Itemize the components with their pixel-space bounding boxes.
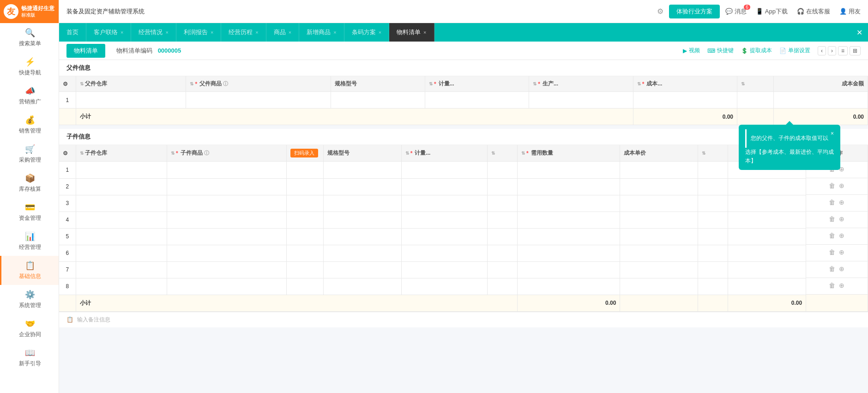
online-service-button[interactable]: 🎧 在线客服 <box>797 7 830 16</box>
delete-icon[interactable]: 🗑 <box>829 232 835 241</box>
copy-icon[interactable]: ⊕ <box>839 215 844 224</box>
copy-icon[interactable]: ⊕ <box>839 282 844 290</box>
sidebar-item-快捷导航[interactable]: ⚡快捷导航 <box>0 52 59 81</box>
child-cell-unitcost[interactable] <box>620 228 698 245</box>
user-avatar[interactable]: 👤 用友 <box>839 7 861 16</box>
nav-tab-close-icon[interactable]: × <box>379 30 381 35</box>
nav-tab-经营情况[interactable]: 经营情况 × <box>131 23 176 42</box>
scan-button[interactable]: 扫码录入 <box>290 149 318 157</box>
sidebar-item-新手引导[interactable]: 📖新手引导 <box>0 343 59 372</box>
parent-col-settings[interactable]: ⚙ <box>59 76 76 92</box>
sidebar-item-基础信息[interactable]: 📋基础信息 <box>0 256 59 285</box>
child-cell-warehouse[interactable] <box>76 162 167 179</box>
sidebar-item-销售管理[interactable]: 💰销售管理 <box>0 110 59 139</box>
copy-icon[interactable]: ⊕ <box>839 248 844 257</box>
child-cell-qty[interactable] <box>517 195 620 212</box>
nav-tab-close-icon[interactable]: × <box>255 30 258 35</box>
child-cell-spec[interactable] <box>323 245 401 261</box>
child-cell-product[interactable] <box>167 212 286 228</box>
parent-cell-produce-1[interactable] <box>529 92 633 109</box>
doc-settings-action[interactable]: 📄 单据设置 <box>779 47 810 54</box>
nav-tab-close-icon[interactable]: × <box>289 30 291 35</box>
child-cell-qty[interactable] <box>517 212 620 228</box>
nav-tab-客户联络[interactable]: 客户联络 × <box>86 23 131 42</box>
child-cell-unitcost[interactable] <box>620 162 698 179</box>
nav-tab-利润报告[interactable]: 利润报告 × <box>176 23 221 42</box>
copy-icon[interactable]: ⊕ <box>839 182 844 191</box>
delete-icon[interactable]: 🗑 <box>829 215 835 224</box>
sidebar-item-资金管理[interactable]: 💳资金管理 <box>0 198 59 227</box>
nav-tabs-close-icon[interactable]: ✕ <box>851 28 868 37</box>
nav-tab-新增商品[interactable]: 新增商品 × <box>299 23 344 42</box>
copy-icon[interactable]: ⊕ <box>839 232 844 241</box>
child-cell-qty[interactable] <box>517 245 620 261</box>
nav-tab-条码方案[interactable]: 条码方案 × <box>344 23 389 42</box>
parent-cell-cost-1[interactable] <box>633 92 737 109</box>
child-cell-unitcost[interactable] <box>620 195 698 212</box>
child-cell-product[interactable] <box>167 228 286 245</box>
settings-icon[interactable]: ⚙ <box>657 7 663 16</box>
note-hint[interactable]: 输入备注信息 <box>77 316 110 324</box>
child-col-settings[interactable]: ⚙ <box>59 145 76 162</box>
child-cell-warehouse[interactable] <box>76 245 167 261</box>
nav-tab-close-icon[interactable]: × <box>423 30 426 35</box>
sidebar-item-营销推广[interactable]: 📣营销推广 <box>0 81 59 110</box>
child-cell-warehouse[interactable] <box>76 212 167 228</box>
child-cell-product[interactable] <box>167 195 286 212</box>
child-cell-qty[interactable] <box>517 178 620 195</box>
child-cell-unitcost[interactable] <box>620 245 698 261</box>
parent-cell-product-1[interactable] <box>186 92 331 109</box>
child-cell-warehouse[interactable] <box>76 228 167 245</box>
tooltip-close-button[interactable]: × <box>831 129 834 138</box>
child-cell-product[interactable] <box>167 162 286 179</box>
sidebar-item-企业协同[interactable]: 🤝企业协同 <box>0 314 59 343</box>
child-cell-product[interactable] <box>167 245 286 261</box>
nav-tab-close-icon[interactable]: × <box>121 30 123 35</box>
nav-next-button[interactable]: › <box>828 46 836 55</box>
delete-icon[interactable]: 🗑 <box>829 182 835 191</box>
child-cell-unit[interactable] <box>401 245 487 261</box>
child-cell-warehouse[interactable] <box>76 195 167 212</box>
sidebar-item-搜索菜单[interactable]: 🔍搜索菜单 <box>0 23 59 52</box>
extract-cost-action[interactable]: 💲 提取成本 <box>741 47 772 54</box>
child-cell-spec[interactable] <box>323 261 401 278</box>
child-cell-unit[interactable] <box>401 228 487 245</box>
delete-icon[interactable]: 🗑 <box>829 265 835 274</box>
messages-button[interactable]: 💬 消息 6 <box>725 7 747 16</box>
child-cell-spec[interactable] <box>323 212 401 228</box>
child-cell-unit[interactable] <box>401 212 487 228</box>
child-cell-unit[interactable] <box>401 261 487 278</box>
trial-button[interactable]: 体验行业方案 <box>669 5 720 18</box>
parent-cell-warehouse-1[interactable] <box>76 92 186 109</box>
child-cell-spec[interactable] <box>323 195 401 212</box>
child-cell-warehouse[interactable] <box>76 178 167 195</box>
copy-icon[interactable]: ⊕ <box>839 265 844 274</box>
nav-tab-close-icon[interactable]: × <box>211 30 213 35</box>
nav-prev-button[interactable]: ‹ <box>818 46 826 55</box>
child-cell-spec[interactable] <box>323 162 401 179</box>
copy-icon[interactable]: ⊕ <box>839 199 844 207</box>
parent-cell-unit-1[interactable] <box>425 92 529 109</box>
delete-icon[interactable]: 🗑 <box>829 199 835 207</box>
child-cell-qty[interactable] <box>517 228 620 245</box>
delete-icon[interactable]: 🗑 <box>829 248 835 257</box>
child-cell-qty[interactable] <box>517 162 620 179</box>
nav-menu-button[interactable]: ≡ <box>838 46 848 55</box>
sidebar-item-经营管理[interactable]: 📊经营管理 <box>0 227 59 256</box>
sidebar-item-库存核算[interactable]: 📦库存核算 <box>0 169 59 198</box>
parent-cell-spec-1[interactable] <box>331 92 425 109</box>
child-cell-unitcost[interactable] <box>620 178 698 195</box>
child-cell-unitcost[interactable] <box>620 278 698 295</box>
shortcut-action[interactable]: ⌨ 快捷键 <box>707 47 734 54</box>
nav-tab-商品[interactable]: 商品 × <box>266 23 299 42</box>
child-cell-qty[interactable] <box>517 261 620 278</box>
nav-tab-close-icon[interactable]: × <box>165 30 168 35</box>
sidebar-item-采购管理[interactable]: 🛒采购管理 <box>0 139 59 169</box>
nav-grid-button[interactable]: ⊞ <box>850 46 861 55</box>
child-cell-spec[interactable] <box>323 228 401 245</box>
child-cell-product[interactable] <box>167 178 286 195</box>
child-cell-warehouse[interactable] <box>76 278 167 295</box>
child-cell-unit[interactable] <box>401 178 487 195</box>
nav-tab-经营历程[interactable]: 经营历程 × <box>221 23 266 42</box>
sub-tab-bom[interactable]: 物料清单 <box>66 44 105 58</box>
